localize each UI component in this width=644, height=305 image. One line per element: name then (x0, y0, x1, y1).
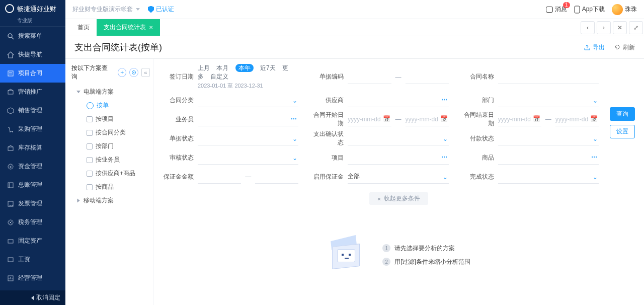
nav-assets[interactable]: 固定资产 (0, 232, 65, 250)
side-nav: 搜索菜单 快捷导航 项目合同 营销推广 销售管理 采购管理 库存核算 ¥资金管理… (0, 27, 65, 305)
doc-no-from[interactable] (348, 70, 391, 84)
salesman-picker[interactable]: ⋯ (198, 112, 298, 126)
svg-point-28 (133, 72, 134, 73)
opt-custom[interactable]: 自定义 (210, 73, 228, 80)
nav-label: 营销推广 (18, 88, 42, 96)
brand-logo: 畅捷通好业财 (0, 0, 65, 17)
messages-button[interactable]: 消息 1 (546, 5, 567, 14)
nav-label: 销售管理 (18, 106, 42, 115)
opt-last7[interactable]: 近7天 (260, 64, 276, 71)
scheme-title: 按以下方案查询 (71, 64, 112, 81)
svg-rect-5 (8, 91, 13, 94)
tabs-prev-button[interactable]: ‹ (581, 21, 595, 34)
complete-status-select[interactable]: ⌄ (498, 170, 599, 184)
nav-ledger[interactable]: 总账管理 (0, 176, 65, 194)
scheme-settings-button[interactable] (129, 68, 138, 77)
nav-marketing[interactable]: 营销推广 (0, 83, 65, 101)
confirm-status-select[interactable]: ⌄ (348, 131, 448, 145)
item-label: 按业务员 (96, 156, 120, 164)
user-menu[interactable]: 珠珠 (612, 4, 637, 15)
deposit-to[interactable] (255, 170, 298, 184)
end-date-from[interactable]: 📅 (498, 112, 541, 126)
query-button[interactable]: 查询 (610, 107, 635, 121)
item-icon (87, 171, 93, 177)
start-date-from[interactable]: 📅 (348, 112, 391, 126)
contract-name-input[interactable] (498, 70, 599, 84)
refresh-button[interactable]: 刷新 (614, 43, 635, 52)
nav-invoice[interactable]: 发票管理 (0, 194, 65, 213)
contract-cat-select[interactable]: ⌄ (198, 93, 298, 107)
doc-status-select[interactable]: ⌄ (198, 131, 298, 145)
tabs-next-button[interactable]: › (597, 21, 611, 34)
empty-step-1: 1请先选择要分析的方案 (382, 244, 470, 253)
scheme-item-by-project[interactable]: 按项目 (71, 112, 150, 126)
opt-last-month[interactable]: 上月 (198, 64, 210, 71)
nav-inventory[interactable]: 库存核算 (0, 138, 65, 157)
label: 合同结束日期 (459, 111, 494, 128)
doc-no-to[interactable] (406, 70, 449, 84)
scheme-item-by-goods[interactable]: 按商品 (71, 180, 150, 194)
topbar-actions: 消息 1 App下载 珠珠 (546, 4, 637, 15)
scheme-group-mobile[interactable]: 移动端方案 (71, 194, 150, 207)
nav-purchase[interactable]: 采购管理 (0, 120, 65, 138)
nav-operation[interactable]: 经营管理 (0, 269, 65, 287)
export-button[interactable]: 导出 (584, 43, 605, 52)
caret-right-icon (77, 199, 80, 203)
tab-home[interactable]: 首页 (70, 19, 97, 36)
opt-this-month[interactable]: 本月 (216, 64, 228, 71)
tab-current[interactable]: 支出合同统计表 ✕ (97, 19, 160, 36)
unpin-button[interactable]: 取消固定 (0, 290, 65, 305)
end-date-to[interactable]: 📅 (555, 112, 599, 126)
project-picker[interactable]: ⋯ (348, 150, 448, 165)
step-text: 请先选择要分析的方案 (394, 244, 455, 253)
supplier-picker[interactable]: ⋯ (348, 93, 448, 107)
enable-deposit-select[interactable]: 全部⌄ (348, 170, 448, 184)
collapse-scheme-button[interactable]: « (141, 68, 150, 77)
chevron-up-icon: « (377, 195, 381, 202)
add-scheme-button[interactable]: + (118, 68, 126, 77)
nav-tax[interactable]: 税务管理 (0, 213, 65, 232)
nav-wage[interactable]: 工资 (0, 250, 65, 269)
opt-this-year[interactable]: 本年 (235, 64, 254, 72)
nav-sales[interactable]: 销售管理 (0, 101, 65, 120)
item-icon (87, 143, 93, 149)
nav-funds[interactable]: ¥资金管理 (0, 157, 65, 176)
chevron-down-icon (136, 8, 140, 11)
scheme-item-by-order[interactable]: 按单 (71, 99, 150, 112)
close-icon[interactable]: ✕ (149, 25, 153, 30)
label: 项目 (308, 154, 344, 162)
chevron-down-icon: ⌄ (292, 155, 297, 162)
calendar-icon: 📅 (533, 115, 540, 122)
scheme-item-by-salesman[interactable]: 按业务员 (71, 153, 150, 167)
nav-search-menu[interactable]: 搜索菜单 (0, 27, 65, 45)
item-label: 按部门 (96, 142, 114, 150)
tab-label: 支出合同统计表 (104, 23, 146, 32)
nav-project-contract[interactable]: 项目合同 (0, 64, 65, 83)
collapse-conditions-button[interactable]: « 收起更多条件 (369, 192, 428, 205)
audit-status-select[interactable]: ⌄ (198, 150, 298, 165)
nav-quicknav[interactable]: 快捷导航 (0, 45, 65, 64)
chevron-down-icon: ⌄ (593, 174, 598, 181)
scheme-group-pc[interactable]: 电脑端方案 (71, 85, 150, 99)
fullscreen-button[interactable]: ⤢ (629, 21, 643, 34)
deposit-from[interactable] (198, 170, 241, 184)
pay-status-select[interactable]: ⌄ (498, 131, 599, 145)
scheme-item-by-dept[interactable]: 按部门 (71, 139, 150, 153)
app-download-button[interactable]: App下载 (574, 5, 605, 14)
scheme-item-by-supplier-goods[interactable]: 按供应商+商品 (71, 167, 150, 180)
step-number: 1 (382, 244, 390, 252)
goods-picker[interactable]: ⋯ (498, 150, 599, 165)
verified-badge: 已认证 (148, 5, 174, 14)
text-input[interactable] (498, 70, 599, 83)
nav-label: 总账管理 (18, 181, 42, 189)
tabs-close-all-button[interactable]: ✕ (613, 21, 627, 34)
tenant-selector[interactable]: 好业财专业版演示帐套 (72, 5, 140, 14)
dept-select[interactable]: ⌄ (498, 93, 599, 107)
settings-button[interactable]: 设置 (610, 125, 635, 138)
scheme-item-by-category[interactable]: 按合同分类 (71, 126, 150, 139)
nav-label: 固定资产 (18, 237, 42, 245)
label: 合同名称 (459, 72, 494, 81)
label: 签订日期 (158, 72, 194, 81)
start-date-to[interactable]: 📅 (406, 112, 449, 126)
label: 支出确认状态 (308, 130, 344, 147)
